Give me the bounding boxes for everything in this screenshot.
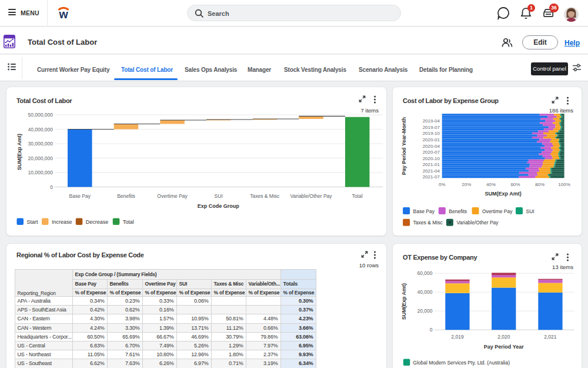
svg-text:Taxes & Misc: Taxes & Misc <box>250 193 280 199</box>
svg-text:Exp Code Group: Exp Code Group <box>198 203 240 209</box>
svg-text:60%: 60% <box>510 182 520 187</box>
svg-text:2021-04: 2021-04 <box>423 168 440 174</box>
svg-text:60,000: 60,000 <box>417 270 433 276</box>
svg-text:40%: 40% <box>486 182 496 187</box>
svg-text:2020-04: 2020-04 <box>423 144 440 149</box>
svg-text:Start: Start <box>27 219 39 225</box>
svg-text:2020-01: 2020-01 <box>423 137 440 142</box>
svg-text:Benefits: Benefits <box>449 208 467 214</box>
svg-text:40,000: 40,000 <box>417 289 433 295</box>
svg-text:Base Pay: Base Pay <box>413 208 435 214</box>
svg-text:50,000,000: 50,000,000 <box>28 112 53 118</box>
svg-text:SUI: SUI <box>526 208 534 214</box>
svg-text:Overtime Pay: Overtime Pay <box>157 193 188 199</box>
svg-text:Total: Total <box>352 193 363 199</box>
svg-text:Base Pay: Base Pay <box>69 193 91 199</box>
svg-text:10,000,000: 10,000,000 <box>28 170 53 175</box>
svg-text:Variable/Other Pay: Variable/Other Pay <box>456 220 499 226</box>
svg-text:SUI: SUI <box>215 193 223 199</box>
svg-text:40,000,000: 40,000,000 <box>28 127 53 132</box>
svg-text:2019-10: 2019-10 <box>423 131 440 136</box>
svg-text:Pay Period Year: Pay Period Year <box>484 344 524 350</box>
svg-text:Pay Period Year-Month: Pay Period Year-Month <box>401 117 407 175</box>
svg-text:30,000,000: 30,000,000 <box>28 141 53 147</box>
svg-text:2,021: 2,021 <box>544 334 557 340</box>
svg-text:Decrease: Decrease <box>86 219 109 225</box>
svg-text:Overtime Pay: Overtime Pay <box>482 208 513 214</box>
svg-text:20%: 20% <box>462 182 471 187</box>
svg-text:20,000,000: 20,000,000 <box>28 155 53 161</box>
svg-text:80%: 80% <box>535 182 544 187</box>
svg-text:SUM(Exp Amt): SUM(Exp Amt) <box>401 283 407 320</box>
svg-text:2019-04: 2019-04 <box>423 118 440 124</box>
svg-text:20,000: 20,000 <box>417 308 433 314</box>
svg-text:2019-07: 2019-07 <box>423 125 440 130</box>
svg-text:2,020: 2,020 <box>497 334 510 340</box>
svg-text:Variable/Other Pay: Variable/Other Pay <box>290 193 332 199</box>
svg-text:Increase: Increase <box>52 219 72 225</box>
svg-text:SUM(Exp Amt): SUM(Exp Amt) <box>485 191 522 197</box>
svg-text:SUM(Exp Amt): SUM(Exp Amt) <box>16 134 22 170</box>
svg-text:w: w <box>58 8 68 21</box>
svg-text:0: 0 <box>50 184 53 190</box>
svg-text:2021-01: 2021-01 <box>423 162 440 167</box>
svg-text:2020-10: 2020-10 <box>423 156 440 161</box>
svg-text:Benefits: Benefits <box>117 193 135 199</box>
svg-text:Global Modern Services Pty. Lt: Global Modern Services Pty. Ltd. (Austra… <box>413 360 510 366</box>
svg-text:100%: 100% <box>558 182 570 187</box>
svg-text:2021-07: 2021-07 <box>423 174 440 180</box>
svg-text:2020-07: 2020-07 <box>423 150 440 155</box>
svg-text:2,019: 2,019 <box>451 334 464 340</box>
svg-text:0: 0 <box>430 327 433 333</box>
svg-text:Taxes & Misc: Taxes & Misc <box>413 220 443 226</box>
svg-text:0%: 0% <box>439 182 446 187</box>
svg-text:Total: Total <box>123 219 134 225</box>
